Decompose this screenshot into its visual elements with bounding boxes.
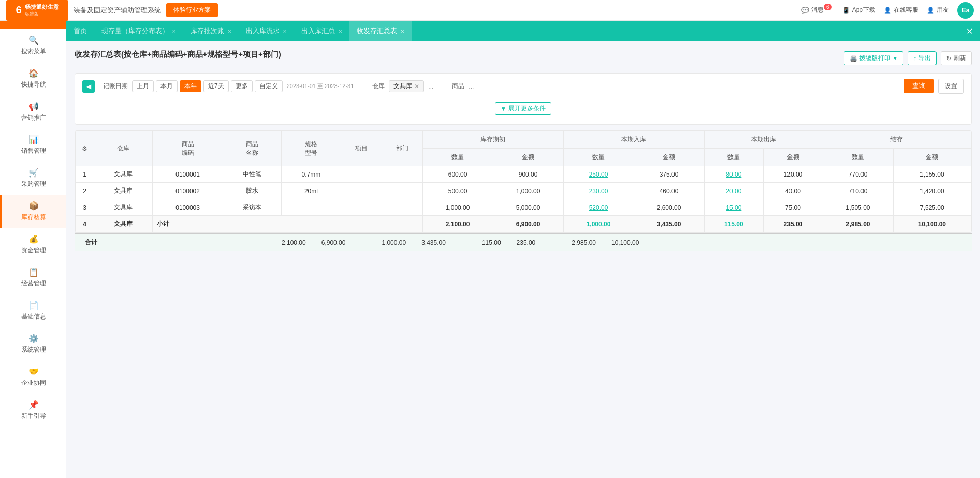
message-btn[interactable]: 💬 消息 6: [801, 6, 834, 15]
service-icon: 👤: [884, 7, 891, 14]
row-opening-qty: 500.00: [422, 183, 493, 199]
row-balance-qty: 710.00: [823, 183, 893, 199]
row-in-qty[interactable]: 230.00: [563, 183, 634, 199]
total-label: 合计: [85, 238, 147, 247]
row-goods-spec: 0.7mm: [282, 166, 341, 183]
th-opening-qty: 数量: [422, 149, 493, 166]
online-service-btn[interactable]: 👤 在线客服: [884, 6, 918, 15]
row-in-qty[interactable]: 520.00: [563, 199, 634, 216]
th-opening-amt: 金额: [493, 149, 563, 166]
sidebar-item-inventory[interactable]: 📦库存核算: [0, 195, 66, 228]
subtotal-balance-amt: 10,100.00: [893, 216, 971, 233]
tab-close-summary[interactable]: ✕: [338, 28, 342, 34]
logo-sub: 标准版: [25, 11, 59, 18]
th-settings: ⚙: [76, 131, 94, 166]
tab-recv-summary[interactable]: 收发存汇总表✕: [349, 21, 412, 41]
date-btn-custom[interactable]: 自定义: [255, 80, 283, 92]
total-opening-amt: 6,900.00: [321, 239, 346, 247]
row-opening-amt: 900.00: [493, 166, 563, 183]
tab-batch[interactable]: 库存批次账✕: [183, 21, 239, 41]
refresh-icon: ↻: [946, 55, 952, 62]
date-btn-this-month[interactable]: 本月: [156, 80, 178, 92]
sidebar-item-purchase[interactable]: 🛒采购管理: [0, 162, 66, 195]
query-button[interactable]: 查询: [904, 79, 934, 93]
tab-home[interactable]: 首页: [66, 21, 94, 41]
tab-bar-close-all[interactable]: ✕: [959, 26, 980, 36]
data-table-container: ⚙ 仓库 商品编码 商品名称 规格型号 项目 部门 库存期初 本期入库 本期出库: [75, 130, 972, 233]
row-project: [341, 199, 382, 216]
subtotal-in-amt: 3,435.00: [634, 216, 704, 233]
sidebar-icon-search: 🔍: [28, 35, 39, 45]
user-avatar: Ea: [957, 2, 974, 19]
date-btn-last-month[interactable]: 上月: [132, 80, 154, 92]
tab-close-batch[interactable]: ✕: [227, 28, 231, 34]
tab-close-flow[interactable]: ✕: [283, 28, 287, 34]
tab-label-stock-dist: 现存量（库存分布表）: [101, 26, 169, 36]
goods-more[interactable]: ...: [469, 83, 474, 90]
tab-flow[interactable]: 出入库流水✕: [239, 21, 294, 41]
date-btn-7days[interactable]: 近7天: [203, 80, 229, 92]
row-in-qty[interactable]: 250.00: [563, 166, 634, 183]
sidebar-item-enterprise[interactable]: 🤝企业协同: [0, 360, 66, 394]
row-out-qty[interactable]: 20.00: [704, 183, 764, 199]
subtotal-row: 4 文具库 小计 2,100.00 6,900.00 1,000.00 3,43…: [76, 216, 971, 233]
sidebar-item-basic[interactable]: 📄基础信息: [0, 294, 66, 327]
th-out: 本期出库: [704, 131, 823, 149]
sidebar-icon-marketing: 📢: [28, 102, 39, 111]
tab-summary[interactable]: 出入库汇总✕: [294, 21, 349, 41]
sidebar-item-system[interactable]: ⚙️系统管理: [0, 327, 66, 360]
row-out-amt: 75.00: [764, 199, 823, 216]
row-opening-qty: 1,000.00: [422, 199, 493, 216]
tab-close-stock-dist[interactable]: ✕: [172, 28, 176, 34]
warehouse-value: 文具库: [393, 82, 412, 91]
row-goods-spec: 20ml: [282, 183, 341, 199]
date-btn-more[interactable]: 更多: [231, 80, 253, 92]
sidebar-item-operations[interactable]: 📋经营管理: [0, 261, 66, 294]
sidebar-item-search[interactable]: 🔍搜索菜单: [0, 29, 66, 62]
warehouse-remove-icon[interactable]: ✕: [414, 83, 419, 90]
row-in-amt: 2,600.00: [634, 199, 704, 216]
warehouse-more[interactable]: ...: [428, 83, 433, 90]
chevron-down-icon: ▼: [893, 55, 898, 61]
user-btn[interactable]: 👤 用友: [927, 6, 949, 15]
app-download-btn[interactable]: 📱 App下载: [842, 6, 875, 15]
header-right: 💬 消息 6 📱 App下载 👤 在线客服 👤 用友 Ea: [801, 2, 974, 19]
row-goods-name: 胶水: [223, 183, 282, 199]
tab-close-recv-summary[interactable]: ✕: [400, 28, 404, 34]
tab-label-home: 首页: [74, 26, 87, 36]
date-btn-this-year[interactable]: 本年: [180, 80, 201, 92]
export-button[interactable]: ↑ 导出: [908, 51, 937, 65]
experience-button[interactable]: 体验行业方案: [166, 3, 218, 17]
sidebar: 🔍搜索菜单🏠快捷导航📢营销推广📊销售管理🛒采购管理📦库存核算💰资金管理📋经营管理…: [0, 21, 66, 478]
print-button[interactable]: 🖨️ 拨镀版打印 ▼: [844, 51, 903, 65]
row-balance-amt: 7,525.00: [893, 199, 971, 216]
row-dept: [382, 183, 422, 199]
logo: 6 畅捷通好生意 标准版: [6, 0, 68, 21]
row-dept: [382, 199, 422, 216]
page-title: 收发存汇总表(按仓库+商品编码+商品+规格型号+项目+部门): [75, 50, 281, 60]
filter-toggle-icon[interactable]: ◀: [82, 80, 95, 93]
subtotal-in-qty: 1,000.00: [563, 216, 634, 233]
sidebar-label-operations: 经营管理: [21, 279, 46, 288]
row-goods-name: 中性笔: [223, 166, 282, 183]
row-out-qty[interactable]: 15.00: [704, 199, 764, 216]
table-row: 3 文具库 0100003 采访本 1,000.00 5,000.00 520.…: [76, 199, 971, 216]
expand-button[interactable]: ▼ 展开更多条件: [495, 102, 552, 115]
sidebar-icon-guide: 📌: [28, 400, 39, 410]
data-table: ⚙ 仓库 商品编码 商品名称 规格型号 项目 部门 库存期初 本期入库 本期出库: [75, 131, 971, 233]
sidebar-item-quicknav[interactable]: 🏠快捷导航: [0, 62, 66, 95]
row-opening-amt: 1,000.00: [493, 183, 563, 199]
sidebar-item-guide[interactable]: 📌新手引导: [0, 394, 66, 427]
table-row: 1 文具库 0100001 中性笔 0.7mm 600.00 900.00 25…: [76, 166, 971, 183]
tab-stock-dist[interactable]: 现存量（库存分布表）✕: [94, 21, 183, 41]
row-goods-code: 0100002: [153, 183, 223, 199]
row-out-qty[interactable]: 80.00: [704, 166, 764, 183]
sidebar-item-sales[interactable]: 📊销售管理: [0, 128, 66, 162]
goods-filter-section: 商品 ...: [452, 82, 474, 91]
refresh-button[interactable]: ↻ 刷新: [941, 51, 972, 65]
row-warehouse: 文具库: [94, 166, 153, 183]
sidebar-item-marketing[interactable]: 📢营销推广: [0, 95, 66, 128]
sidebar-item-finance[interactable]: 💰资金管理: [0, 228, 66, 261]
sidebar-label-inventory: 库存核算: [21, 213, 46, 222]
setting-button[interactable]: 设置: [938, 79, 964, 94]
